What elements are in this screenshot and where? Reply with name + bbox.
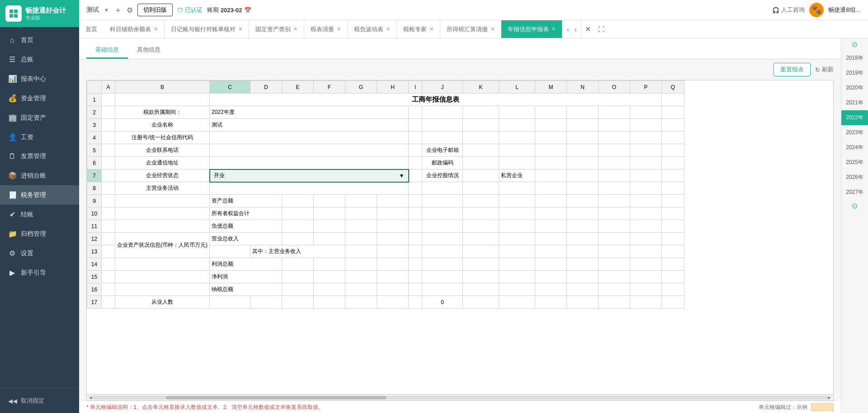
topbar-service-btn[interactable]: 🎧 人工咨询 xyxy=(772,6,805,14)
cell-4-O[interactable] xyxy=(599,131,630,144)
cell-16-O[interactable] xyxy=(599,283,630,296)
cell-17-H[interactable] xyxy=(377,296,409,309)
cell-10-A[interactable] xyxy=(102,207,115,220)
cell-13-M[interactable] xyxy=(535,245,567,258)
cell-13-L[interactable] xyxy=(499,245,535,258)
cell-15-K[interactable] xyxy=(463,271,499,283)
cell-4-B[interactable]: 注册号/统一社会信用代码 xyxy=(115,131,210,144)
cell-10-C[interactable]: 所有者权益合计 xyxy=(210,207,282,220)
cell-16-E[interactable] xyxy=(282,283,314,296)
cell-8-A[interactable] xyxy=(102,182,115,195)
cell-12-L[interactable] xyxy=(499,233,535,245)
cell-5-I[interactable] xyxy=(409,144,422,157)
cell-3-Q[interactable] xyxy=(662,119,684,131)
year-scroll-down-btn[interactable]: ⊙ xyxy=(850,200,859,212)
cell-16-A[interactable] xyxy=(102,283,115,296)
scroll-left-btn[interactable]: ◀ xyxy=(89,395,92,400)
cell-6-I[interactable] xyxy=(409,157,422,169)
sub-tab-other[interactable]: 其他信息 xyxy=(128,42,170,59)
cell-4-M[interactable] xyxy=(535,131,567,144)
cell-12-F[interactable] xyxy=(314,233,345,245)
cell-5-M[interactable] xyxy=(535,144,567,157)
cell-7-N[interactable] xyxy=(567,169,599,182)
cell-2-P[interactable] xyxy=(630,106,662,119)
cell-10-F[interactable] xyxy=(314,207,345,220)
cell-14-M[interactable] xyxy=(535,258,567,271)
cell-14-F[interactable] xyxy=(314,258,345,271)
cell-4-A[interactable] xyxy=(102,131,115,144)
cell-15-C[interactable]: 净利润 xyxy=(210,271,282,283)
tab-home[interactable]: 首页 xyxy=(79,20,104,38)
cell-10-O[interactable] xyxy=(599,207,630,220)
cell-13-K[interactable] xyxy=(463,245,499,258)
year-btn-2022[interactable]: 2022年 xyxy=(841,110,868,125)
cell-11-H[interactable] xyxy=(377,220,409,233)
cell-8-B[interactable]: 主营业务活动 xyxy=(115,182,210,195)
cell-9-L[interactable] xyxy=(499,195,535,207)
cell-7-L[interactable]: 私营企业 xyxy=(499,169,535,182)
cell-10-B[interactable] xyxy=(115,207,210,220)
cell-6-Q[interactable] xyxy=(662,157,684,169)
tab-close-tax-table[interactable]: ✕ xyxy=(337,26,341,32)
tab-close-tax-wave[interactable]: ✕ xyxy=(386,26,390,32)
cell-11-O[interactable] xyxy=(599,220,630,233)
sidebar-item-home[interactable]: ⌂ 首页 xyxy=(0,31,79,50)
cell-7-O[interactable] xyxy=(599,169,630,182)
col-header-E[interactable]: E xyxy=(282,81,314,94)
cell-17-F[interactable] xyxy=(314,296,345,309)
cell-17-E[interactable] xyxy=(282,296,314,309)
sidebar-item-settle[interactable]: ✔ 结账 xyxy=(0,205,79,224)
cell-14-G[interactable] xyxy=(345,258,377,271)
cell-14-H[interactable] xyxy=(377,258,409,271)
cell-17-D[interactable] xyxy=(250,296,282,309)
cell-6-C[interactable] xyxy=(210,157,409,169)
cell-12-G[interactable] xyxy=(345,233,377,245)
col-header-B[interactable]: B xyxy=(115,81,210,94)
cell-4-C[interactable] xyxy=(210,131,409,144)
cell-10-H[interactable] xyxy=(377,207,409,220)
cell-15-O[interactable] xyxy=(599,271,630,283)
cell-7-Q[interactable] xyxy=(662,169,684,182)
cell-10-I[interactable] xyxy=(409,207,422,220)
year-btn-2027[interactable]: 2027年 xyxy=(841,185,868,200)
tab-journal[interactable]: 日记账与银行对账单核对 ✕ xyxy=(165,20,249,38)
cell-3-M[interactable] xyxy=(535,119,567,131)
cell-3-O[interactable] xyxy=(599,119,630,131)
cell-12-P[interactable] xyxy=(630,233,662,245)
cell-3-K[interactable] xyxy=(463,119,499,131)
tab-tax-table[interactable]: 税表清册 ✕ xyxy=(304,20,348,38)
cell-13-A[interactable] xyxy=(102,245,115,258)
cell-13-G[interactable] xyxy=(345,245,377,258)
cell-11-L[interactable] xyxy=(499,220,535,233)
cell-16-Q[interactable] xyxy=(662,283,684,296)
cell-11-P[interactable] xyxy=(630,220,662,233)
sidebar-item-tax[interactable]: 🧾 税务管理 xyxy=(0,185,79,205)
cell-2-A[interactable] xyxy=(102,106,115,119)
cell-17-L[interactable] xyxy=(499,296,535,309)
year-btn-2025[interactable]: 2025年 xyxy=(841,155,868,170)
sidebar-item-purchsale[interactable]: 📦 进销台账 xyxy=(0,166,79,185)
cell-5-N[interactable] xyxy=(567,144,599,157)
cell-17-Q[interactable] xyxy=(662,296,684,309)
col-header-K[interactable]: K xyxy=(463,81,499,94)
cell-11-Q[interactable] xyxy=(662,220,684,233)
cell-11-J[interactable] xyxy=(422,220,463,233)
sidebar-collapse-btn[interactable]: ◀◀ 取消固定 xyxy=(0,392,79,409)
col-header-I[interactable]: I xyxy=(409,81,422,94)
cell-16-M[interactable] xyxy=(535,283,567,296)
col-header-G[interactable]: G xyxy=(345,81,377,94)
cell-14-A[interactable] xyxy=(102,258,115,271)
cell-6-M[interactable] xyxy=(535,157,567,169)
cell-13-Q[interactable] xyxy=(662,245,684,258)
cell-10-E[interactable] xyxy=(282,207,314,220)
cell-10-J[interactable] xyxy=(422,207,463,220)
cell-11-A[interactable] xyxy=(102,220,115,233)
col-header-H[interactable]: H xyxy=(377,81,409,94)
cell-16-N[interactable] xyxy=(567,283,599,296)
tab-aux[interactable]: 科目辅助余额表 ✕ xyxy=(104,20,165,38)
cell-2-O[interactable] xyxy=(599,106,630,119)
cell-15-P[interactable] xyxy=(630,271,662,283)
cell-14-O[interactable] xyxy=(599,258,630,271)
cell-17-K[interactable] xyxy=(463,296,499,309)
calendar-icon[interactable]: 📅 xyxy=(244,7,251,14)
